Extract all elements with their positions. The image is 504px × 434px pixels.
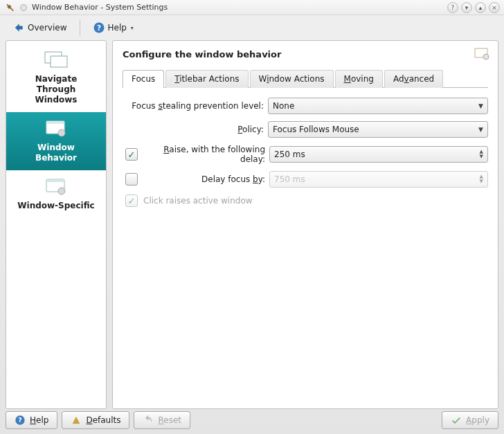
click-raises-label: Click raises active window	[143, 196, 253, 206]
overview-button[interactable]: Overview	[6, 18, 73, 37]
tab-titlebar-actions[interactable]: Titlebar Actions	[165, 70, 248, 88]
raise-delay-spinbox[interactable]: 250 ms ▲▼	[269, 146, 488, 163]
apply-button[interactable]: Apply	[442, 411, 498, 429]
overview-label: Overview	[28, 23, 67, 33]
window-icon	[18, 2, 29, 13]
tab-advanced[interactable]: Advanced	[384, 70, 443, 88]
delay-focus-spinbox: 750 ms ▲▼	[269, 171, 488, 188]
policy-value: Focus Follows Mouse	[273, 125, 359, 134]
sidebar: NavigateThroughWindows WindowBehavior Wi…	[6, 40, 107, 409]
close-button[interactable]: ×	[489, 2, 500, 13]
page-heading: Configure the window behavior	[123, 49, 488, 60]
delay-focus-label: Delay focus by:	[143, 174, 269, 184]
sidebar-item-label: Window-Specific	[17, 201, 94, 211]
chevron-down-icon: ▼	[478, 102, 483, 109]
svg-point-0	[21, 4, 27, 10]
svg-point-12	[483, 54, 489, 60]
sidebar-item-window-specific[interactable]: Window-Specific	[6, 170, 106, 218]
svg-text:?: ?	[18, 416, 21, 424]
delay-focus-checkbox[interactable]	[125, 173, 138, 186]
sidebar-item-navigate-through-windows[interactable]: NavigateThroughWindows	[6, 44, 106, 112]
defaults-icon	[71, 415, 82, 426]
focus-stealing-combo[interactable]: None ▼	[268, 98, 488, 114]
window-gear-icon	[474, 48, 489, 60]
tab-focus[interactable]: Focus	[123, 70, 164, 88]
svg-rect-4	[51, 56, 67, 67]
sidebar-item-label: WindowBehavior	[35, 143, 77, 163]
reset-button[interactable]: Reset	[134, 411, 190, 429]
focus-stealing-value: None	[273, 101, 294, 111]
chevron-down-icon: ▼	[478, 126, 483, 133]
apply-button-label: Apply	[466, 415, 489, 425]
defaults-button[interactable]: Defaults	[62, 411, 129, 429]
reset-button-label: Reset	[158, 415, 181, 425]
window-gear-icon	[39, 176, 73, 198]
maximize-button[interactable]: ▴	[475, 2, 486, 13]
raise-delay-value: 250 ms	[274, 150, 305, 159]
policy-label: Policy:	[123, 125, 268, 134]
click-raises-checkbox	[125, 195, 138, 207]
toolbar-separator	[80, 19, 80, 36]
help-icon: ?	[15, 415, 26, 426]
window-title: Window Behavior - System Settings	[32, 3, 168, 12]
whatsthis-button[interactable]: ?	[447, 2, 458, 13]
svg-rect-6	[46, 121, 64, 124]
sidebar-item-window-behavior[interactable]: WindowBehavior	[6, 112, 106, 170]
policy-combo[interactable]: Focus Follows Mouse ▼	[268, 121, 488, 138]
help-icon: ?	[93, 21, 105, 34]
help-button-label: Help	[30, 415, 48, 425]
back-arrow-icon	[11, 21, 25, 35]
svg-rect-9	[46, 179, 64, 182]
svg-text:?: ?	[96, 24, 100, 32]
minimize-button[interactable]: ▾	[461, 2, 472, 13]
undo-icon	[143, 415, 154, 426]
sidebar-item-label: NavigateThroughWindows	[35, 74, 78, 105]
tab-window-actions[interactable]: Window Actions	[250, 70, 334, 88]
tab-moving[interactable]: Moving	[335, 70, 383, 88]
check-icon	[451, 415, 462, 426]
wrench-icon	[4, 2, 15, 13]
raise-label: Raise, with the following delay:	[143, 145, 269, 164]
svg-point-10	[58, 188, 65, 195]
content-panel: Configure the window behavior Focus Titl…	[112, 40, 498, 409]
help-menu-button[interactable]: ? Help ▾	[87, 19, 139, 37]
delay-focus-value: 750 ms	[274, 174, 305, 184]
focus-stealing-label: Focus stealing prevention level:	[123, 101, 268, 111]
defaults-button-label: Defaults	[86, 415, 120, 425]
spin-buttons-icon: ▲▼	[480, 150, 483, 159]
svg-point-7	[58, 129, 65, 136]
windows-stack-icon	[39, 49, 73, 71]
window-gear-icon	[39, 118, 73, 140]
chevron-down-icon: ▾	[131, 25, 134, 31]
help-button[interactable]: ? Help	[6, 411, 57, 429]
spin-buttons-icon: ▲▼	[480, 174, 483, 184]
raise-checkbox[interactable]	[125, 148, 138, 161]
tab-bar: Focus Titlebar Actions Window Actions Mo…	[123, 69, 488, 88]
help-menu-label: Help	[108, 23, 127, 33]
